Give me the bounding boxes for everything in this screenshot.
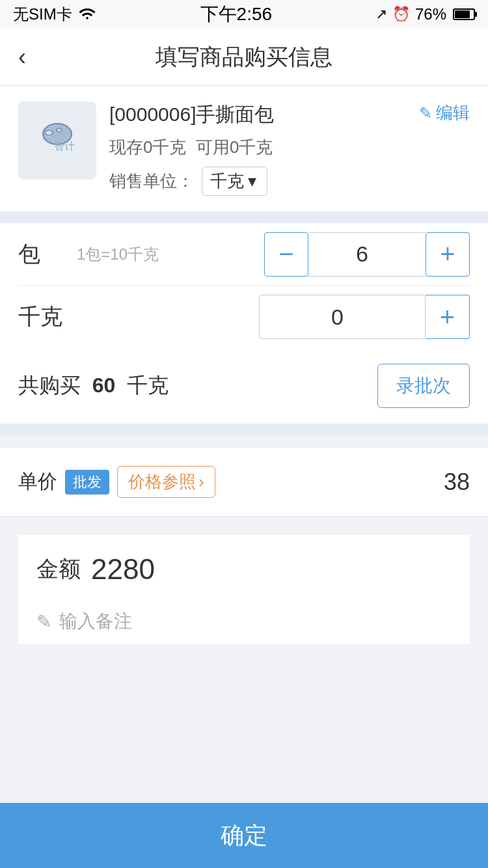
bag-plus-button[interactable]: +	[426, 232, 470, 277]
amount-section: 金额 2280 ✎ 输入备注	[0, 517, 488, 839]
batch-button[interactable]: 录批次	[377, 364, 470, 408]
product-card: 智计 [0000006]手撕面包 现存0千克 可用0千克 销售单位： 千克 ▾ …	[0, 86, 488, 211]
location-icon: ↗	[375, 6, 387, 23]
total-row: 共购买 60 千克 录批次	[0, 348, 488, 424]
bag-label: 包	[18, 239, 70, 269]
status-bar: 无SIM卡 下午2:56 ↗ ⏰ 76%	[0, 0, 488, 29]
confirm-button[interactable]: 确定	[221, 820, 267, 852]
bag-minus-button[interactable]: −	[264, 232, 308, 277]
svg-text:智计: 智计	[54, 141, 75, 152]
status-time: 下午2:56	[200, 2, 273, 27]
price-ref-label: 价格参照	[128, 470, 196, 493]
edit-button[interactable]: ✎ 编辑	[419, 102, 470, 124]
edit-icon: ✎	[419, 104, 432, 122]
amount-label: 金额	[36, 554, 81, 584]
bag-quantity-controls: − +	[264, 232, 470, 277]
kg-quantity-controls: +	[259, 295, 470, 339]
nav-bar: ‹ 填写商品购买信息	[0, 29, 488, 86]
separator-1	[0, 211, 488, 223]
remark-placeholder: 输入备注	[59, 609, 132, 634]
wifi-icon	[77, 5, 97, 23]
bag-quantity-input[interactable]	[308, 232, 426, 277]
status-right: ↗ ⏰ 76%	[375, 5, 475, 23]
remark-icon: ✎	[36, 611, 51, 632]
price-label: 单价	[18, 468, 57, 495]
kg-label: 千克	[18, 302, 70, 332]
battery-icon	[453, 8, 475, 20]
product-image: 智计	[18, 102, 96, 180]
remark-row[interactable]: ✎ 输入备注	[36, 599, 452, 644]
price-row: 单价 批发 价格参照 › 38	[0, 448, 488, 517]
total-text: 共购买 60 千克	[18, 372, 377, 400]
chevron-down-icon: ▾	[248, 171, 256, 191]
chevron-right-icon: ›	[198, 472, 204, 492]
kg-plus-button[interactable]: +	[426, 295, 470, 339]
price-value: 38	[444, 468, 470, 496]
product-name: [0000006]手撕面包	[109, 102, 470, 128]
page-title: 填写商品购买信息	[156, 42, 332, 72]
price-ref-button[interactable]: 价格参照 ›	[117, 466, 215, 498]
battery-text: 76%	[415, 5, 446, 23]
status-left: 无SIM卡	[13, 4, 97, 25]
amount-value: 2280	[91, 553, 155, 586]
confirm-footer[interactable]: 确定	[0, 803, 488, 868]
back-button[interactable]: ‹	[18, 44, 26, 71]
unit-select[interactable]: 千克 ▾	[202, 167, 267, 196]
kg-row: 千克 +	[18, 286, 470, 348]
alarm-icon: ⏰	[392, 6, 410, 23]
price-tag: 批发	[65, 470, 109, 495]
bag-row: 包 1包=10千克 − +	[18, 223, 470, 286]
bag-hint: 1包=10千克	[77, 244, 264, 265]
separator-2	[0, 424, 488, 436]
product-info: [0000006]手撕面包 现存0千克 可用0千克 销售单位： 千克 ▾	[109, 102, 470, 196]
kg-quantity-input[interactable]	[259, 295, 426, 339]
carrier-text: 无SIM卡	[13, 4, 72, 25]
product-stock: 现存0千克 可用0千克	[109, 136, 470, 159]
product-unit-row: 销售单位： 千克 ▾	[109, 167, 470, 196]
amount-row: 金额 2280	[36, 553, 452, 586]
price-section: 单价 批发 价格参照 › 38	[0, 448, 488, 517]
quantity-section: 包 1包=10千克 − + 千克 +	[0, 223, 488, 348]
